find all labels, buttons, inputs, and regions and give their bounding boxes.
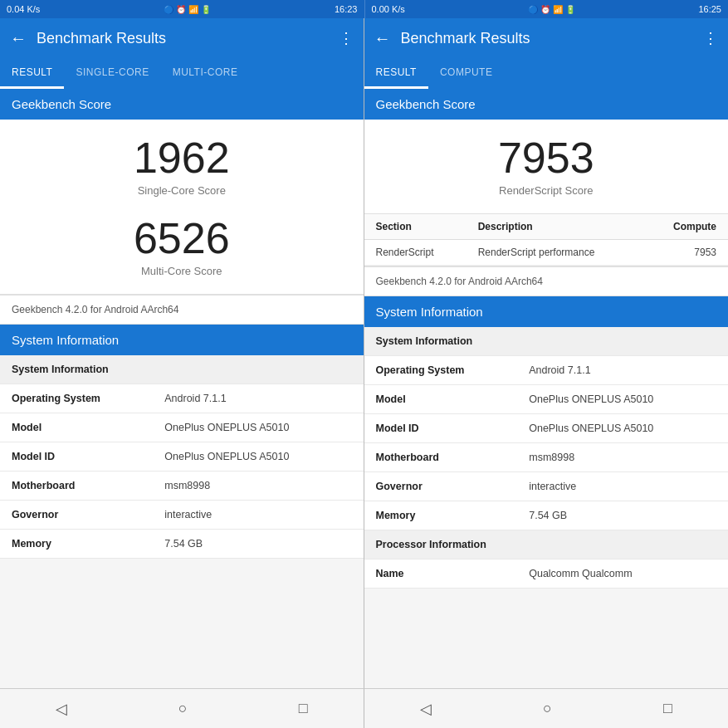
- tab-compute[interactable]: COMPUTE: [428, 58, 505, 89]
- bottom-nav: ◁ ○ □ ◁ ○ □: [0, 688, 728, 728]
- nav-back-right[interactable]: ◁: [407, 693, 445, 725]
- label-os-2: Operating System: [376, 364, 530, 376]
- value-motherboard-2: msm8998: [529, 452, 574, 463]
- multi-core-label: Multi-Core Score: [8, 265, 355, 277]
- panel2-note: Geekbench 4.2.0 for Android AArch64: [364, 266, 729, 296]
- panel1-more-button[interactable]: ⋮: [339, 29, 354, 47]
- value-memory-1: 7.54 GB: [164, 538, 203, 550]
- label-motherboard-1: Motherboard: [12, 480, 164, 491]
- panel2-more-button[interactable]: ⋮: [703, 29, 718, 47]
- panel1-content: Geekbench Score 1962 Single-Core Score 6…: [0, 89, 364, 688]
- value-proc-name: Qualcomm Qualcomm: [529, 568, 632, 579]
- label-governor-1: Governor: [12, 509, 164, 520]
- panel1-title: Benchmark Results: [37, 30, 339, 47]
- renderscript-score: 7953: [373, 136, 721, 179]
- value-governor-1: interactive: [164, 509, 212, 520]
- left-time: 16:23: [335, 4, 358, 14]
- compute-table-header: Section Description Compute: [364, 214, 729, 240]
- label-motherboard-2: Motherboard: [376, 452, 530, 463]
- bottom-nav-right: ◁ ○ □: [364, 688, 729, 728]
- col-description-header: Description: [478, 221, 648, 232]
- status-bar-left: 0.04 K/s 🔵 ⏰ 📶 🔋 16:23: [0, 0, 364, 18]
- value-model-2: OnePlus ONEPLUS A5010: [529, 393, 653, 405]
- panel2-sysinfo-header: System Information: [364, 296, 729, 327]
- tab-multi-core[interactable]: MULTI-CORE: [161, 58, 250, 89]
- label-modelid-2: Model ID: [376, 423, 530, 434]
- panel2-tabs: RESULT COMPUTE: [364, 58, 729, 89]
- nav-back-left[interactable]: ◁: [42, 693, 81, 725]
- status-bar-right: 0.00 K/s 🔵 ⏰ 📶 🔋 16:25: [364, 0, 729, 18]
- right-icons: 🔵 ⏰ 📶 🔋: [528, 5, 574, 14]
- value-modelid-2: OnePlus ONEPLUS A5010: [529, 423, 653, 434]
- single-core-score: 1962: [8, 136, 355, 179]
- col-section-header: Section: [376, 221, 478, 232]
- panel2-content: Geekbench Score 7953 RenderScript Score …: [364, 89, 729, 688]
- tab-result-2[interactable]: RESULT: [364, 58, 428, 89]
- panel2-sysinfo-subheader-row: System Information: [364, 327, 729, 356]
- table-row: Model ID OnePlus ONEPLUS A5010: [0, 442, 364, 471]
- panel2-back-button[interactable]: ←: [374, 29, 391, 48]
- compute-table: Section Description Compute RenderScript…: [364, 214, 729, 266]
- compute-row-section: RenderScript: [376, 247, 478, 258]
- panel1-tabs: RESULT SINGLE-CORE MULTI-CORE: [0, 58, 364, 89]
- value-motherboard-1: msm8998: [164, 480, 210, 491]
- panel-2: ← Benchmark Results ⋮ RESULT COMPUTE Gee…: [364, 18, 729, 688]
- table-row: Motherboard msm8998: [364, 443, 729, 472]
- compute-table-row: RenderScript RenderScript performance 79…: [364, 240, 729, 266]
- processor-info-header: Processor Information: [376, 539, 530, 550]
- panel2-geekbench-header: Geekbench Score: [364, 89, 729, 120]
- right-time: 16:25: [698, 4, 721, 14]
- renderscript-label: RenderScript Score: [373, 184, 721, 197]
- multi-core-score: 6526: [8, 217, 355, 260]
- nav-recent-right[interactable]: □: [650, 693, 686, 724]
- table-row: Operating System Android 7.1.1: [0, 384, 364, 413]
- label-memory-1: Memory: [12, 538, 164, 550]
- panel1-note: Geekbench 4.2.0 for Android AArch64: [0, 295, 364, 325]
- compute-row-desc: RenderScript performance: [478, 247, 648, 258]
- label-model-1: Model: [12, 422, 164, 433]
- table-row: Memory 7.54 GB: [364, 501, 729, 530]
- value-modelid-1: OnePlus ONEPLUS A5010: [164, 451, 289, 462]
- left-signal: 0.04 K/s: [7, 4, 40, 14]
- value-os-2: Android 7.1.1: [529, 364, 590, 376]
- panel2-app-bar: ← Benchmark Results ⋮: [364, 18, 729, 58]
- label-memory-2: Memory: [376, 510, 530, 521]
- label-modelid-1: Model ID: [12, 451, 164, 462]
- value-os-1: Android 7.1.1: [164, 393, 226, 404]
- nav-home-left[interactable]: ○: [165, 693, 201, 724]
- label-proc-name: Name: [376, 568, 530, 579]
- panel-1: ← Benchmark Results ⋮ RESULT SINGLE-CORE…: [0, 18, 364, 688]
- processor-info-header-row: Processor Information: [364, 530, 729, 559]
- panel1-app-bar: ← Benchmark Results ⋮: [0, 18, 364, 58]
- panel1-sysinfo-subheader-row: System Information: [0, 355, 364, 384]
- value-memory-2: 7.54 GB: [529, 510, 567, 521]
- table-row: Name Qualcomm Qualcomm: [364, 559, 729, 589]
- nav-recent-left[interactable]: □: [286, 693, 321, 724]
- panels: ← Benchmark Results ⋮ RESULT SINGLE-CORE…: [0, 18, 728, 688]
- panel1-sysinfo-subheader: System Information: [12, 364, 164, 375]
- left-icons: 🔵 ⏰ 📶 🔋: [164, 5, 210, 14]
- table-row: Operating System Android 7.1.1: [364, 356, 729, 385]
- table-row: Model OnePlus ONEPLUS A5010: [364, 385, 729, 414]
- panel1-back-button[interactable]: ←: [10, 29, 27, 48]
- panel2-sysinfo-subheader: System Information: [376, 335, 530, 347]
- value-governor-2: interactive: [529, 481, 576, 492]
- value-model-1: OnePlus ONEPLUS A5010: [164, 422, 289, 433]
- label-os-1: Operating System: [12, 393, 164, 404]
- panel1-sysinfo-header: System Information: [0, 325, 364, 355]
- table-row: Model OnePlus ONEPLUS A5010: [0, 413, 364, 442]
- tab-single-core[interactable]: SINGLE-CORE: [64, 58, 160, 89]
- compute-row-value: 7953: [648, 247, 716, 258]
- label-governor-2: Governor: [376, 481, 530, 492]
- table-row: Memory 7.54 GB: [0, 530, 364, 559]
- panel1-geekbench-header: Geekbench Score: [0, 89, 364, 120]
- panel2-title: Benchmark Results: [401, 30, 704, 47]
- right-signal: 0.00 K/s: [372, 4, 405, 14]
- panel2-score-area: 7953 RenderScript Score: [364, 120, 729, 214]
- nav-home-right[interactable]: ○: [530, 693, 565, 724]
- label-model-2: Model: [376, 393, 530, 405]
- single-core-label: Single-Core Score: [8, 184, 355, 197]
- table-row: Governor interactive: [0, 501, 364, 530]
- tab-result-1[interactable]: RESULT: [0, 58, 64, 89]
- panel1-scores: 1962 Single-Core Score 6526 Multi-Core S…: [0, 120, 364, 295]
